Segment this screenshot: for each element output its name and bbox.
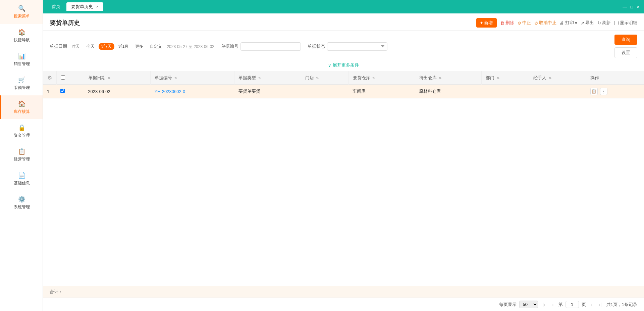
sidebar-item-sales-mgmt[interactable]: 📊 销售管理 [0,48,43,72]
bill-no-filter-group: 单据编号 [221,42,301,51]
sort-icon: ⇅ [316,76,319,80]
show-detail-checkbox-label[interactable]: 显示明细 [614,20,637,26]
date-pill-7days[interactable]: 近7天 [99,43,114,50]
sidebar-item-system-mgmt[interactable]: ⚙️ 系统管理 [0,191,43,215]
tab-home[interactable]: 首页 [47,2,65,11]
data-table: ⚙ 单据日期 ⇅ 单据编号 ⇅ [43,71,644,98]
sort-icon: ⇅ [549,76,551,80]
expand-row: ∨ 展开更多条件 [50,61,637,69]
sales-mgmt-icon: 📊 [18,52,25,60]
query-button[interactable]: 查询 [614,35,637,45]
row-more-button[interactable]: ⋮ [600,88,607,95]
table-col-pending-warehouse[interactable]: 待出仓库 ⇅ [415,71,481,85]
sort-icon: ⇅ [439,76,441,80]
refresh-icon: ↻ [597,20,601,26]
last-page-button[interactable]: ›| [597,301,603,308]
date-pill-yesterday[interactable]: 昨天 [69,43,83,50]
date-filter-label: 单据日期 [50,43,67,49]
row-bill-date: 2023-06-02 [84,85,150,98]
window-minimize-button[interactable]: — [623,4,627,9]
table-body: 1 2023-06-02 YH-20230602-0 要货单要货 车间库 原材料… [43,85,644,98]
export-icon: ↗ [581,20,584,26]
sidebar-item-operation-mgmt[interactable]: 📋 经营管理 [0,143,43,167]
date-pill-today[interactable]: 今天 [84,43,97,50]
page-label: 第 [558,302,563,308]
table-col-bill-no[interactable]: 单据编号 ⇅ [150,71,234,85]
sidebar-item-label: 销售管理 [14,61,30,67]
row-checkbox-cell[interactable] [56,85,84,98]
date-range-text: 2023-05-27 至 2023-06-02 [167,44,214,50]
table-col-handler[interactable]: 经手人 ⇅ [529,71,586,85]
expand-more-button[interactable]: ∨ 展开更多条件 [328,62,359,68]
sidebar-item-quick-nav[interactable]: 🏠 快捷导航 [0,24,43,48]
next-page-button[interactable]: › [589,301,594,308]
table-col-department[interactable]: 部门 ⇅ [482,71,529,85]
table-row[interactable]: 1 2023-06-02 YH-20230602-0 要货单要货 车间库 原材料… [43,85,644,98]
row-checkbox[interactable] [60,89,65,93]
table-settings-header[interactable]: ⚙ [43,71,56,85]
tab-close-icon[interactable]: × [96,4,99,9]
refresh-button[interactable]: ↻ 刷新 [597,20,611,26]
sidebar-item-purchase-mgmt[interactable]: 🛒 采购管理 [0,72,43,95]
table-col-bill-type[interactable]: 单据类型 ⇅ [234,71,301,85]
row-operations: 📋 ⋮ [586,85,644,98]
date-pill-1month[interactable]: 近1月 [116,43,131,50]
tab-requisition-history[interactable]: 要货单历史 × [66,2,103,11]
page: 要货单历史 + 新增 🗑 删除 ⊘ 中止 ⊘ 取消中止 [43,13,644,311]
print-icon: 🖨 [560,20,564,26]
delete-button[interactable]: 🗑 删除 [500,20,514,26]
finance-mgmt-icon: 🔒 [18,124,25,131]
status-select[interactable] [327,42,387,51]
show-detail-checkbox[interactable] [614,21,619,25]
page-title: 要货单历史 [50,19,80,27]
stop-button[interactable]: ⊘ 中止 [518,20,531,26]
table-footer: 合计： [43,286,644,298]
operation-mgmt-icon: 📋 [18,148,25,155]
sidebar-item-label: 经营管理 [14,157,30,162]
print-button[interactable]: 🖨 打印 ▾ [560,20,577,26]
window-close-button[interactable]: ✕ [636,4,640,9]
sort-icon: ⇅ [497,76,499,80]
new-button[interactable]: + 新增 [476,18,497,28]
sort-icon: ⇅ [372,76,375,80]
table-col-bill-date[interactable]: 单据日期 ⇅ [84,71,150,85]
row-store [301,85,348,98]
query-buttons: 查询 设置 [614,35,637,58]
sidebar-item-search-menu[interactable]: 🔍 搜索菜单 [0,0,43,24]
sidebar-item-inventory[interactable]: 🏠 库存核算 [0,95,43,119]
export-button[interactable]: ↗ 导出 [581,20,594,26]
row-bill-type: 要货单要货 [234,85,301,98]
row-department [482,85,529,98]
bill-no-input[interactable] [240,42,301,51]
row-bill-no-link[interactable]: YH-20230602-0 [154,89,185,94]
row-view-button[interactable]: 📋 [590,88,598,95]
filter-area: 单据日期 昨天 今天 近7天 近1月 更多 自定义 2023-05-27 至 2… [43,31,644,71]
table-col-operation: 操作 [586,71,644,85]
table-col-store[interactable]: 门店 ⇅ [301,71,348,85]
sidebar-item-label: 基础信息 [14,180,30,186]
first-page-button[interactable]: |‹ [541,301,547,308]
date-pill-more[interactable]: 更多 [132,43,146,50]
page-input[interactable] [566,301,579,308]
toolbar: + 新增 🗑 删除 ⊘ 中止 ⊘ 取消中止 🖨 打 [476,18,637,28]
sidebar-item-basic-info[interactable]: 📄 基础信息 [0,167,43,191]
sidebar-item-finance-mgmt[interactable]: 🔒 资金管理 [0,119,43,143]
table-col-req-warehouse[interactable]: 要货仓库 ⇅ [348,71,415,85]
cancel-stop-button[interactable]: ⊘ 取消中止 [534,20,556,26]
sidebar-item-label: 搜索菜单 [14,13,30,19]
per-page-select[interactable]: 102050100 [519,301,538,308]
date-pill-custom[interactable]: 自定义 [147,43,165,50]
cancel-stop-icon: ⊘ [534,20,538,26]
table-gear-icon[interactable]: ⚙ [47,75,52,81]
status-filter-group: 单据状态 [308,42,387,51]
quick-nav-icon: 🏠 [18,29,25,36]
select-all-checkbox[interactable] [61,75,65,80]
sort-icon: ⇅ [108,76,110,80]
row-handler [529,85,586,98]
settings-button[interactable]: 设置 [614,47,637,58]
sort-icon: ⇅ [258,76,261,80]
prev-page-button[interactable]: ‹ [550,301,556,308]
window-maximize-button[interactable]: □ [630,4,633,9]
bill-no-label: 单据编号 [221,43,238,49]
table-header-row: ⚙ 单据日期 ⇅ 单据编号 ⇅ [43,71,644,85]
